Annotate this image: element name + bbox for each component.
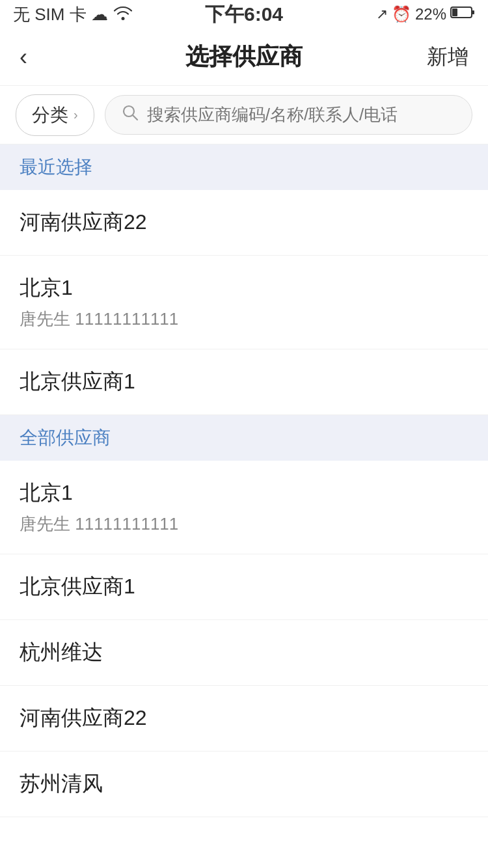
item-name: 河南供应商22 [20, 704, 468, 733]
svg-point-3 [124, 106, 134, 116]
recent-section-label: 最近选择 [20, 157, 92, 177]
item-name: 河南供应商22 [20, 208, 468, 237]
add-button[interactable]: 新增 [427, 43, 468, 72]
svg-rect-1 [472, 10, 474, 14]
filter-bar: 分类 › [0, 86, 488, 144]
item-name: 苏州清风 [20, 770, 468, 798]
location-icon: ↗ [376, 6, 388, 23]
recent-section-header: 最近选择 [0, 144, 488, 190]
svg-rect-2 [452, 8, 457, 16]
chevron-right-icon: › [74, 107, 78, 122]
page-title: 选择供应商 [185, 41, 303, 73]
no-sim-text: 无 SIM 卡 ☁ [13, 3, 108, 26]
status-bar: 无 SIM 卡 ☁ 下午6:04 ↗ ⏰ 22% [0, 0, 488, 29]
all-list-item[interactable]: 河南供应商22 [0, 686, 488, 752]
battery-text: 22% [415, 5, 446, 23]
all-list-item[interactable]: 北京1唐先生 11111111111 [0, 461, 488, 554]
battery-icon [450, 5, 475, 23]
category-button[interactable]: 分类 › [16, 94, 94, 136]
all-section-header: 全部供应商 [0, 415, 488, 461]
alarm-icon: ⏰ [392, 5, 411, 23]
item-name: 北京供应商1 [20, 368, 468, 396]
status-time: 下午6:04 [205, 1, 283, 28]
all-section-label: 全部供应商 [20, 427, 111, 448]
status-left: 无 SIM 卡 ☁ [13, 3, 133, 26]
item-name: 北京1 [20, 479, 468, 508]
search-icon [121, 103, 139, 126]
svg-line-4 [133, 116, 137, 120]
all-list-item[interactable]: 苏州清风 [0, 752, 488, 817]
wifi-icon [113, 5, 133, 25]
item-name: 杭州维达 [20, 638, 468, 667]
item-sub: 唐先生 11111111111 [20, 513, 468, 536]
category-label: 分类 [32, 103, 68, 128]
all-list-item[interactable]: 北京供应商1 [0, 554, 488, 620]
status-right: ↗ ⏰ 22% [376, 5, 475, 23]
back-button[interactable]: ‹ [13, 37, 34, 77]
item-sub: 唐先生 11111111111 [20, 308, 468, 331]
recent-items-list: 河南供应商22北京1唐先生 11111111111北京供应商1 [0, 190, 488, 415]
all-items-list: 北京1唐先生 11111111111北京供应商1杭州维达河南供应商22苏州清风 [0, 461, 488, 817]
item-name: 北京供应商1 [20, 573, 468, 601]
nav-bar: ‹ 选择供应商 新增 [0, 29, 488, 86]
recent-list-item[interactable]: 北京供应商1 [0, 349, 488, 415]
all-list-item[interactable]: 杭州维达 [0, 620, 488, 686]
recent-list-item[interactable]: 河南供应商22 [0, 190, 488, 256]
search-input[interactable] [147, 105, 456, 125]
search-box [105, 95, 472, 135]
recent-list-item[interactable]: 北京1唐先生 11111111111 [0, 256, 488, 349]
item-name: 北京1 [20, 274, 468, 303]
